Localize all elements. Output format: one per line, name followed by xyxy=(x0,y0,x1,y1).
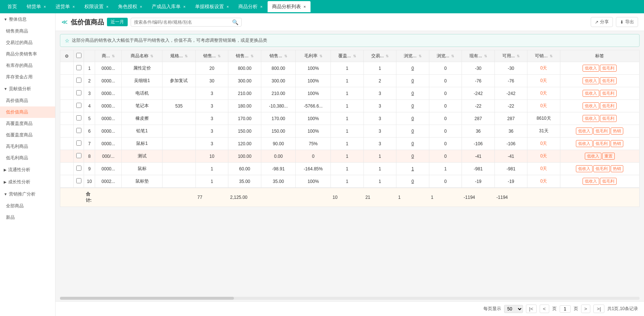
sidebar-item-traded-product[interactable]: 交易过的商品 xyxy=(0,37,55,48)
nav-close-product-warehouse[interactable]: × xyxy=(183,4,185,9)
nav-product-analysis[interactable]: 商品分析 × xyxy=(234,1,267,12)
select-all-checkbox[interactable] xyxy=(76,53,81,58)
sidebar-item-high-coverage[interactable]: 高覆盖度商品 xyxy=(0,118,55,129)
nav-role[interactable]: 角色授权 × xyxy=(114,1,147,12)
row-view1[interactable]: 0 xyxy=(396,175,429,188)
col-spec[interactable]: 规格... ⇅ xyxy=(162,50,196,62)
view1-link[interactable]: 0 xyxy=(412,116,414,121)
row-view1[interactable]: 0 xyxy=(396,112,429,125)
nav-product-warehouse[interactable]: 产成品入库单 × xyxy=(147,1,190,12)
nav-close-permission[interactable]: × xyxy=(106,4,108,9)
nav-purchase[interactable]: 进货单 × xyxy=(51,1,79,12)
col-stock1[interactable]: 现有... ⇅ xyxy=(462,50,495,62)
row-view1[interactable]: 0 xyxy=(396,100,429,112)
row-name[interactable]: 鼠标1 xyxy=(122,137,162,150)
view1-link[interactable]: 0 xyxy=(412,66,414,71)
row-select-checkbox[interactable] xyxy=(76,128,81,133)
nav-sales[interactable]: 销货单 × xyxy=(22,1,50,12)
col-code[interactable]: 商... ⇅ xyxy=(95,50,122,62)
gear-icon[interactable]: ⚙ xyxy=(65,54,69,59)
col-trade[interactable]: 交易... ⇅ xyxy=(363,50,396,62)
row-select-checkbox[interactable] xyxy=(76,78,81,83)
search-icon[interactable]: 🔍 xyxy=(232,19,238,25)
nav-template[interactable]: 单据模板设置 × xyxy=(191,1,233,12)
sidebar-section-growth[interactable]: ▶ 成长性分析 xyxy=(0,176,55,188)
prev-page-button[interactable]: < xyxy=(540,305,549,313)
view1-link[interactable]: 0 xyxy=(412,129,414,134)
sidebar-section-marketing[interactable]: ▼ 营销推广分析 xyxy=(0,188,55,200)
next-page-button[interactable]: > xyxy=(581,305,591,313)
row-select-checkbox[interactable] xyxy=(76,115,81,120)
view1-link[interactable]: 1 xyxy=(412,166,414,171)
nav-close-purchase[interactable]: × xyxy=(73,4,75,9)
col-margin[interactable]: 毛利率 ⇅ xyxy=(296,50,331,62)
sidebar-item-sales-product[interactable]: 销售类商品 xyxy=(0,26,55,37)
col-stock2[interactable]: 可用... ⇅ xyxy=(494,50,527,62)
view1-link[interactable]: 0 xyxy=(412,141,414,146)
row-select-checkbox[interactable] xyxy=(76,140,81,146)
row-view1[interactable]: 0 xyxy=(396,87,429,100)
sidebar-section-overview[interactable]: ▼ 整体信息 xyxy=(0,13,55,26)
row-name[interactable]: 属性定价 xyxy=(122,62,162,75)
row-view1[interactable]: 1 xyxy=(396,163,429,175)
sidebar-item-low-value[interactable]: 低价值商品 xyxy=(0,106,55,118)
row-view1[interactable]: 0 xyxy=(396,137,429,150)
col-sale3[interactable]: 销售... ⇅ xyxy=(261,50,296,62)
col-view2[interactable]: 浏览... ⇅ xyxy=(429,50,462,62)
row-name[interactable]: 鼠标 xyxy=(122,163,162,175)
sidebar-item-high-margin[interactable]: 高毛利商品 xyxy=(0,141,55,152)
sidebar-item-low-coverage[interactable]: 低覆盖度商品 xyxy=(0,129,55,141)
col-cover[interactable]: 覆盖... ⇅ xyxy=(331,50,364,62)
row-view1[interactable]: 0 xyxy=(396,125,429,137)
search-input[interactable] xyxy=(134,20,232,25)
nav-close-product-analysis[interactable]: × xyxy=(260,4,262,9)
nav-home[interactable]: 首页 xyxy=(3,1,21,12)
sidebar-item-all-products[interactable]: 全部商品 xyxy=(0,200,55,212)
sidebar-item-high-value[interactable]: 高价值商品 xyxy=(0,95,55,106)
row-select-checkbox[interactable] xyxy=(76,166,81,171)
view1-link[interactable]: 0 xyxy=(412,103,414,109)
row-name[interactable]: 鼠标垫 xyxy=(122,175,162,188)
col-name[interactable]: 商品名称 ⇅ xyxy=(122,50,162,62)
row-select-checkbox[interactable] xyxy=(76,90,81,95)
horizontal-scrollbar[interactable] xyxy=(60,297,640,300)
first-page-button[interactable]: |< xyxy=(526,305,537,313)
view1-link[interactable]: 0 xyxy=(412,179,414,184)
row-name[interactable]: 吴细细1 xyxy=(122,75,162,87)
row-name[interactable]: 铅笔1 xyxy=(122,125,162,137)
col-view1[interactable]: 浏览... ⇅ xyxy=(396,50,429,62)
row-select-checkbox[interactable] xyxy=(76,178,81,183)
view1-link[interactable]: 0 xyxy=(412,154,414,159)
export-button[interactable]: ⬇ 导出 xyxy=(616,17,638,27)
sidebar-item-stock-value[interactable]: 库存资金占用 xyxy=(0,71,55,83)
nav-close-template[interactable]: × xyxy=(227,4,229,9)
row-select-checkbox[interactable] xyxy=(76,153,81,158)
scrollbar-thumb[interactable] xyxy=(60,297,234,300)
row-view1[interactable]: 0 xyxy=(396,150,429,163)
row-name[interactable]: 电话机 xyxy=(122,87,162,100)
view1-link[interactable]: 0 xyxy=(412,91,414,96)
nav-product-analysis-list[interactable]: 商品分析列表 × xyxy=(268,1,310,12)
row-name[interactable]: 橡皮擦 xyxy=(122,112,162,125)
col-sale2[interactable]: 销售... ⇅ xyxy=(228,50,261,62)
last-page-button[interactable]: >| xyxy=(593,305,604,313)
row-select-checkbox[interactable] xyxy=(76,103,81,108)
sidebar-item-low-margin[interactable]: 低毛利商品 xyxy=(0,152,55,164)
view1-link[interactable]: 0 xyxy=(412,78,414,84)
date-filter[interactable]: 近一月 xyxy=(107,18,128,26)
row-name[interactable]: 笔记本 xyxy=(122,100,162,112)
nav-close-role[interactable]: × xyxy=(140,4,142,9)
col-stock3[interactable]: 可销... ⇅ xyxy=(527,50,560,62)
sidebar-item-stock-product[interactable]: 有库存的商品 xyxy=(0,60,55,71)
row-select-checkbox[interactable] xyxy=(76,65,81,70)
sidebar-section-flow[interactable]: ▶ 流通性分析 xyxy=(0,164,55,176)
nav-close-product-analysis-list[interactable]: × xyxy=(303,4,306,9)
page-number-input[interactable] xyxy=(560,305,571,313)
collapse-icon[interactable]: ≪ xyxy=(61,18,68,26)
per-page-select[interactable]: 50 100 xyxy=(504,305,523,313)
sidebar-section-contribution[interactable]: ▼ 贡献值分析 xyxy=(0,83,55,95)
share-button[interactable]: ↗ 分享 xyxy=(591,17,613,27)
sidebar-item-category-rate[interactable]: 商品分类销售率 xyxy=(0,48,55,60)
nav-permission[interactable]: 权限设置 × xyxy=(80,1,113,12)
sidebar-item-new-products[interactable]: 新品 xyxy=(0,212,55,223)
